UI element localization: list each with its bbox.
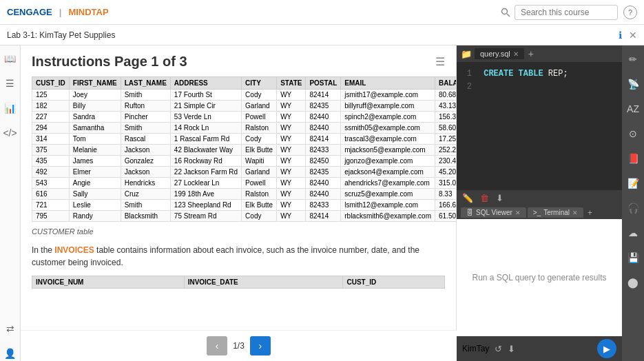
sidebar-list-icon[interactable]: ☰: [3, 76, 18, 91]
sidebar-cloud-icon[interactable]: ☁: [625, 225, 641, 241]
description-text: In the INVOICES table contains informati…: [32, 244, 445, 269]
sidebar-circle-icon[interactable]: ⊙: [625, 125, 641, 142]
logo: CENGAGE | MINDTAP: [7, 7, 109, 17]
main-content: 📖 ☰ 📊 </> ⇄ 👤 Instructions Page 1 of 3 ☰…: [0, 45, 644, 361]
table-row: 492ElmerJackson22 Jackson Farm RdGarland…: [32, 167, 457, 178]
sql-viewer-tab[interactable]: 🗄 SQL Viewer ✕: [461, 207, 526, 218]
sidebar-drive-icon[interactable]: 💾: [625, 249, 641, 266]
col-first-name: FIRST_NAME: [69, 77, 121, 90]
code-editor-panel: 📁 query.sql ✕ + 1 CREATE TABLE REP; 2 ✏️…: [457, 45, 622, 361]
info-icon[interactable]: ℹ: [619, 30, 622, 41]
line-number-2: 2: [462, 81, 472, 94]
download-tool-icon[interactable]: ⬇: [496, 193, 503, 203]
terminal-icon: >_: [533, 209, 541, 216]
mindtap-label: MINDTAP: [68, 7, 108, 17]
instructions-panel: Instructions Page 1 of 3 ☰ CUST_ID FIRST…: [21, 45, 457, 330]
run-button[interactable]: ▶: [597, 339, 616, 358]
query-filename: query.sql: [480, 50, 510, 58]
db-label: KimTay: [462, 344, 489, 353]
sidebar-apps-icon[interactable]: ⬤: [625, 274, 641, 291]
code-line-1: 1 CREATE TABLE REP;: [462, 68, 616, 81]
logo-separator: |: [59, 7, 62, 17]
col-city: CITY: [242, 77, 277, 90]
sidebar-az-icon[interactable]: AZ: [625, 101, 641, 117]
left-sidebar: 📖 ☰ 📊 </> ⇄ 👤: [0, 45, 21, 361]
terminal-label: Terminal: [543, 209, 570, 216]
sidebar-chart-icon[interactable]: 📊: [3, 101, 18, 116]
table-row: 543AngieHendricks27 Locklear LnPowellWY8…: [32, 178, 457, 189]
table-row: 314TomRascal1 Rascal Farm RdCodyWY82414t…: [32, 134, 457, 145]
add-tab-button[interactable]: +: [528, 48, 534, 59]
table-caption: CUSTOMER table: [32, 227, 445, 236]
sidebar-audio-icon[interactable]: 🎧: [625, 200, 641, 216]
col-cust-id: CUST_ID: [32, 77, 70, 90]
sidebar-code-icon[interactable]: </>: [3, 125, 18, 141]
lab-bar: Lab 3-1: KimTay Pet Supplies ℹ ✕: [0, 25, 644, 45]
far-right-sidebar: ✏ 📡 AZ ⊙ 📕 📝 🎧 ☁ 💾 ⬤: [622, 45, 644, 361]
sidebar-user-icon[interactable]: 👤: [3, 346, 18, 361]
terminal-close[interactable]: ✕: [572, 209, 578, 216]
query-tab-close[interactable]: ✕: [513, 50, 519, 58]
sql-viewer-close[interactable]: ✕: [515, 209, 521, 216]
sidebar-notepad-icon[interactable]: 📝: [625, 175, 641, 192]
menu-icon[interactable]: ☰: [435, 55, 445, 68]
prev-button[interactable]: ‹: [207, 336, 227, 355]
search-area: [501, 5, 618, 20]
search-input[interactable]: [515, 5, 618, 20]
col-postal: POSTAL: [306, 77, 341, 90]
table-row: 227SandraPincher53 Verde LnPowellWY82440…: [32, 112, 457, 123]
edit-tool-icon[interactable]: ✏️: [462, 193, 473, 203]
table-row: 616SallyCruz199 18th AveRalstonWY82440sc…: [32, 189, 457, 200]
col-invoice-date: INVOICE_DATE: [184, 276, 343, 289]
col-invoice-cust-id: CUST_ID: [343, 276, 445, 289]
instructions-title: Instructions Page 1 of 3: [32, 54, 187, 70]
terminal-tab[interactable]: >_ Terminal ✕: [528, 207, 583, 218]
invoice-header-row: INVOICE_NUM INVOICE_DATE CUST_ID: [32, 276, 445, 289]
instructions-header: Instructions Page 1 of 3 ☰: [32, 54, 445, 70]
svg-line-1: [507, 14, 510, 17]
table-row: 182BillyRufton21 Simple CirGarlandWY8243…: [32, 101, 457, 112]
sidebar-rss-icon[interactable]: 📡: [625, 76, 641, 92]
desc-highlight: INVOICES: [54, 245, 94, 255]
sidebar-share-icon[interactable]: ⇄: [3, 321, 18, 336]
add-bottom-tab[interactable]: +: [588, 208, 592, 218]
help-button[interactable]: ?: [623, 6, 637, 19]
sidebar-book-icon[interactable]: 📖: [3, 51, 18, 66]
table-row: 375MelanieJackson42 Blackwater WayElk Bu…: [32, 145, 457, 156]
db-download-icon[interactable]: ⬇: [508, 344, 515, 354]
table-row: 125JoeySmith17 Fourth StCodyWY82414jsmit…: [32, 90, 457, 101]
table-row: 435JamesGonzalez16 Rockway RdWapitiWY824…: [32, 156, 457, 167]
bottom-tabs: 🗄 SQL Viewer ✕ >_ Terminal ✕ +: [457, 206, 622, 219]
instructions-wrapper: Instructions Page 1 of 3 ☰ CUST_ID FIRST…: [21, 45, 457, 361]
history-icon[interactable]: ↺: [495, 344, 502, 354]
sql-result-area: Run a SQL query to generate results: [457, 219, 622, 336]
sql-result-message: Run a SQL query to generate results: [472, 273, 607, 282]
table-row: 721LeslieSmith123 Sheepland RdElk ButteW…: [32, 200, 457, 211]
lab-title: Lab 3-1: KimTay Pet Supplies: [7, 30, 115, 40]
search-icon: [501, 8, 510, 17]
table-row: 294SamanthaSmith14 Rock LnRalstonWY82440…: [32, 123, 457, 134]
next-button[interactable]: ›: [250, 336, 271, 355]
table-header-row: CUST_ID FIRST_NAME LAST_NAME ADDRESS CIT…: [32, 77, 457, 90]
cengage-label: CENGAGE: [7, 7, 52, 17]
close-icon[interactable]: ✕: [629, 30, 637, 41]
delete-tool-icon[interactable]: 🗑: [480, 193, 489, 203]
code-line-2: 2: [462, 81, 616, 94]
col-address: ADDRESS: [170, 77, 241, 90]
invoice-table: INVOICE_NUM INVOICE_DATE CUST_ID: [32, 276, 445, 289]
editor-tabs: 📁 query.sql ✕ +: [457, 45, 622, 62]
sql-viewer-icon: 🗄: [466, 209, 473, 216]
query-tab[interactable]: query.sql ✕: [475, 48, 524, 59]
sidebar-pencil-icon[interactable]: ✏: [625, 51, 641, 68]
sidebar-book2-icon[interactable]: 📕: [625, 150, 641, 167]
col-invoice-num: INVOICE_NUM: [32, 276, 185, 289]
code-area[interactable]: 1 CREATE TABLE REP; 2: [457, 62, 622, 190]
folder-icon: 📁: [461, 49, 472, 59]
editor-toolbar: ✏️ 🗑 ⬇: [457, 190, 622, 206]
sql-table-name: REP;: [548, 69, 568, 79]
keyword-create: CREATE TABLE: [484, 69, 543, 79]
pagination: ‹ 1/3 ›: [21, 330, 457, 361]
page-indicator: 1/3: [233, 341, 245, 351]
line-number-1: 1: [462, 68, 472, 81]
desc-before: In the: [32, 245, 54, 255]
